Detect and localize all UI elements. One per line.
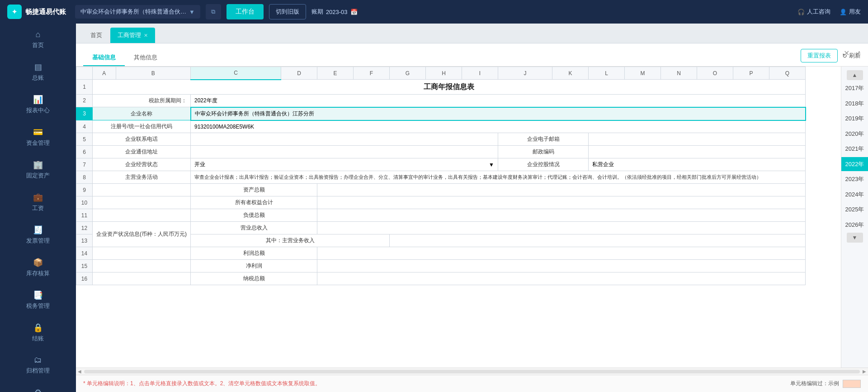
h-scroll-right-icon[interactable]: ▶ [863,369,866,374]
postal-value[interactable] [589,146,806,158]
col-d: D [281,67,317,80]
period-info: 账期 2023-03 📅 [311,8,358,16]
holding-label: 企业控股情况 [498,158,589,171]
service-button[interactable]: 🎧 人工咨询 [797,8,830,16]
equity-value[interactable] [317,196,806,209]
sidebar-item-finance[interactable]: 💳 资金管理 [0,121,76,153]
sidebar-label-home: 首页 [32,41,44,49]
assets-value[interactable] [317,184,806,196]
reset-report-button[interactable]: 重置报表 [801,49,838,62]
email-label: 企业电子邮箱 [498,133,589,146]
year-2017[interactable]: 2017年 [841,81,868,96]
table-row: 8 主营业务活动 审查企业会计报表；出具审计报告；验证企业资本；出具验资报告；办… [76,171,806,184]
status-value[interactable]: 开业 ▼ [191,158,498,171]
total-revenue-value[interactable] [317,222,806,234]
sidebar-item-close[interactable]: 🔒 结账 [0,316,76,349]
inner-tab-basic[interactable]: 基础信息 [83,50,125,66]
row-num-6: 6 [76,146,93,158]
tab-business[interactable]: 工商管理 ✕ [110,28,155,43]
period-row-value[interactable]: 2022年度 [191,94,806,107]
year-2020[interactable]: 2020年 [841,127,868,141]
status-dropdown-icon[interactable]: ▼ [489,162,494,168]
year-2019[interactable]: 2019年 [841,111,868,126]
table-row: 10 所有者权益合计 [76,196,806,209]
table-row: 12 企业资产状况信息(币种：人民币万元) 营业总收入 [76,222,806,234]
gear-icon: ⚙ [34,387,42,392]
table-row: 14 利润总额 [76,247,806,260]
h-scroll-left-icon[interactable]: ◀ [78,369,81,374]
tab-home[interactable]: 首页 [83,28,109,43]
address-value[interactable] [191,146,498,158]
company-name-value[interactable]: 中审众环会计师事务所（特殊普通合伙）江苏分所 [191,107,806,120]
sidebar-item-inventory[interactable]: 📦 库存核算 [0,251,76,284]
main-revenue-value[interactable] [390,234,806,247]
sidebar-item-archive[interactable]: 🗂 归档管理 [0,349,76,381]
sidebar-label-ledger: 总账 [32,74,44,82]
sidebar-item-tax[interactable]: 📑 税务管理 [0,284,76,316]
company-selector[interactable]: 中审众环会计师事务所（特殊普通合伙… ▼ [75,5,200,19]
holding-value[interactable]: 私营企业 [589,158,806,171]
net-profit-value[interactable] [317,260,806,272]
profit-value[interactable] [317,247,806,260]
row-num-16: 16 [76,272,93,285]
business-value[interactable]: 审查企业会计报表；出具审计报告；验证企业资本；出具验资报告；办理企业合并、分立、… [191,171,806,184]
copy-button[interactable]: ⧉ [206,4,221,19]
sidebar-item-invoice[interactable]: 🧾 发票管理 [0,219,76,251]
workbench-button[interactable]: 工作台 [226,4,264,19]
year-2023[interactable]: 2023年 [841,172,868,186]
reg-value[interactable]: 91320100MA208E5W6K [191,120,806,133]
liabilities-value[interactable] [317,209,806,222]
top-bar: ✦ 畅捷通易代账 中审众环会计师事务所（特殊普通合伙… ▼ ⧉ 工作台 切到旧版… [0,0,868,24]
row-num-14: 14 [76,247,93,260]
h-scroll-bar[interactable]: ◀ ▶ [76,368,868,375]
calendar-icon[interactable]: 📅 [350,9,358,15]
year-scroll-down[interactable]: ▼ [847,233,863,243]
year-2021[interactable]: 2021年 [841,142,868,156]
col-p: P [733,67,769,80]
col-l: L [589,67,625,80]
copy-icon: ⧉ [211,8,215,15]
sidebar-label-tax: 税务管理 [26,302,50,310]
sidebar-item-ledger[interactable]: ▤ 总账 [0,56,76,88]
year-2018[interactable]: 2018年 [841,96,868,111]
tab-close-icon[interactable]: ✕ [144,33,148,38]
refresh-button[interactable]: ↻ 刷新 [842,52,861,60]
tax-icon: 📑 [33,290,43,300]
user-menu[interactable]: 👤 用友 [840,8,861,16]
sidebar-label-finance: 资金管理 [26,139,50,147]
sidebar-label-inventory: 库存核算 [26,269,50,277]
row-num-12: 12 [76,222,93,234]
main-revenue-label: 其中：主营业务收入 [191,234,390,247]
row-num-2: 2 [76,94,93,107]
table-row: 15 净利润 [76,260,806,272]
phone-value[interactable] [191,133,498,146]
sidebar-item-asset[interactable]: 🏢 固定资产 [0,153,76,186]
year-2022[interactable]: 2022年 [841,157,868,172]
tax-empty [93,272,191,285]
col-b: B [116,67,190,80]
company-name-label: 企业名称 [93,107,191,120]
content-area: 首页 工商管理 ✕ ✕ ⤢ 基础信息 其他信息 [76,24,868,392]
sidebar-item-report[interactable]: 📊 报表中心 [0,88,76,121]
sidebar-item-salary[interactable]: 💼 工资 [0,186,76,219]
col-n: N [661,67,697,80]
email-value[interactable] [589,133,806,146]
col-k: K [552,67,589,80]
year-2025[interactable]: 2025年 [841,202,868,217]
table-wrapper[interactable]: A B C D E F G H I J K L [76,67,841,368]
sidebar-item-settings[interactable]: ⚙ 设置 [0,381,76,392]
year-scroll-up[interactable]: ▲ [847,70,863,80]
h-scroll-track[interactable] [84,370,860,373]
tax-total-value[interactable] [317,272,806,285]
year-2024[interactable]: 2024年 [841,187,868,202]
archive-icon: 🗂 [34,355,42,365]
inner-tab-other[interactable]: 其他信息 [125,50,166,66]
col-f: F [354,67,390,80]
year-2026[interactable]: 2026年 [841,218,868,232]
old-version-button[interactable]: 切到旧版 [269,4,306,19]
table-row: 11 负债总额 [76,209,806,222]
sidebar-label-archive: 归档管理 [26,367,50,375]
table-row: 5 企业联系电话 企业电子邮箱 [76,133,806,146]
sidebar-item-home[interactable]: ⌂ 首页 [0,24,76,56]
table-row: 6 企业通信地址 邮政编码 [76,146,806,158]
